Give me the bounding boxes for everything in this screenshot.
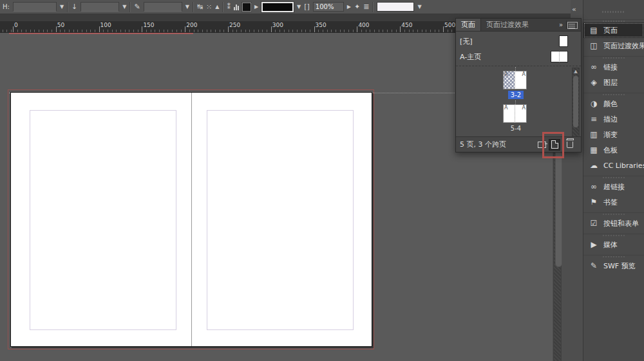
- margin-guide-left-page: [30, 110, 176, 330]
- spread-label-5-4[interactable]: 5-4: [503, 124, 529, 133]
- chevron-down-icon[interactable]: ▼: [122, 5, 126, 10]
- chevron-down-icon[interactable]: ▼: [185, 5, 189, 10]
- page-thumbnail[interactable]: A: [515, 104, 527, 123]
- ruler-label-150: 150: [143, 22, 154, 28]
- dock-item-label: 描边: [603, 115, 618, 124]
- dock-item-label: 链接: [603, 62, 618, 72]
- frame-fitting-icon[interactable]: []: [304, 3, 310, 10]
- document-pages-section: ▲ AA3-2AA5-4: [456, 66, 581, 138]
- page-thumbnail[interactable]: A: [503, 104, 515, 123]
- toolbar-divider: [372, 2, 374, 12]
- document-spread[interactable]: [10, 92, 372, 347]
- dock-group-0: ▤页面◫页面过渡效果: [583, 20, 644, 56]
- preset-dropdown[interactable]: [377, 2, 414, 12]
- toolbar-divider: [222, 2, 223, 12]
- dock-item-color[interactable]: ◑颜色: [583, 96, 644, 111]
- chevron-right-icon[interactable]: ▶: [254, 5, 258, 10]
- dock-item-media[interactable]: ▶媒体: [583, 237, 644, 252]
- master-thumbnail[interactable]: [551, 51, 568, 62]
- align-icon[interactable]: ≣: [363, 3, 369, 10]
- dock-item-swatches[interactable]: ▦色板: [583, 142, 644, 158]
- chevron-down-icon[interactable]: ▼: [297, 5, 301, 10]
- chevron-down-icon[interactable]: ▼: [417, 5, 421, 10]
- page-thumbnail[interactable]: A: [503, 71, 515, 89]
- panel-scrollbar-thumb[interactable]: [573, 76, 578, 127]
- panel-menu-icon[interactable]: [567, 22, 578, 29]
- chevron-right-icon[interactable]: ▶: [347, 5, 351, 10]
- chevron-down-icon[interactable]: ▼: [60, 5, 64, 10]
- chart-bars-icon[interactable]: [234, 4, 239, 10]
- toolbar-divider: [67, 2, 68, 12]
- style-field[interactable]: [80, 2, 119, 12]
- dock-item-label: 图层: [603, 78, 618, 88]
- tab-pages[interactable]: 页面: [456, 19, 481, 31]
- dock-item-cc-libraries[interactable]: ☁CC Libraries: [583, 158, 644, 173]
- bookmarks-icon: ⚑: [588, 198, 600, 207]
- dock-item-hyperlinks[interactable]: ∞超链接: [583, 179, 644, 194]
- indesign-window: H: ▼ ↓ ▼ ✎ ▼ ↹ ⁙ ▲ ⁑ ▶ ▼ [] 100% ▶ ✦ ≣ ▼: [0, 0, 644, 361]
- drop-shadow-icon[interactable]: ✦: [354, 3, 360, 10]
- opacity-field[interactable]: 100%: [313, 2, 344, 12]
- dock-item-label: 页面: [603, 26, 618, 35]
- dock-item-gradient[interactable]: ▥渐变: [583, 127, 644, 142]
- fill-swatch[interactable]: [242, 3, 251, 12]
- chevron-up-icon[interactable]: ▲: [215, 5, 219, 10]
- dock-group-2: ◑颜色≡描边▥渐变▦色板☁CC Libraries: [583, 93, 644, 176]
- master-prefix-letter: A: [504, 105, 507, 111]
- master-name: [无]: [460, 37, 473, 46]
- swatches-icon: ▦: [588, 145, 600, 154]
- dock-group-6: ✎SWF 预览: [583, 255, 644, 276]
- text-wrap-icon[interactable]: ↹: [197, 3, 203, 10]
- dock-item-label: 渐变: [603, 130, 618, 140]
- master-row-0[interactable]: [无]: [460, 33, 577, 49]
- page-count-status: 5 页, 3 个跨页: [460, 140, 536, 149]
- dock-item-pages[interactable]: ▤页面: [583, 23, 644, 38]
- dock-item-buttons-forms[interactable]: ☑按钮和表单: [583, 216, 644, 231]
- color-icon: ◑: [588, 99, 600, 108]
- page-thumbnail[interactable]: A: [515, 71, 527, 89]
- master-thumbnail[interactable]: [559, 35, 568, 47]
- corner-options-icon[interactable]: ⁙: [206, 3, 212, 10]
- master-row-1[interactable]: A-主页: [460, 49, 577, 64]
- dock-item-page-transitions[interactable]: ◫页面过渡效果: [583, 38, 644, 53]
- hyperlinks-icon: ∞: [588, 182, 600, 191]
- cc-libraries-icon: ☁: [588, 161, 600, 170]
- ruler-label-200: 200: [186, 22, 197, 28]
- master-prefix-letter: A: [522, 71, 526, 77]
- ruler-label-500: 500: [444, 22, 455, 28]
- stroke-color-well[interactable]: [261, 2, 294, 12]
- spread-number: 3-2: [508, 91, 524, 99]
- effects-icon[interactable]: ⁑: [227, 3, 231, 10]
- dock-header[interactable]: [583, 0, 644, 20]
- pen-icon[interactable]: ✎: [134, 3, 140, 10]
- effects-field[interactable]: [144, 2, 182, 12]
- dock-item-layers[interactable]: ◈图层: [583, 75, 644, 90]
- spread-label-3-2[interactable]: 3-2: [503, 91, 529, 99]
- dock-item-links[interactable]: ∞链接: [583, 59, 644, 75]
- stroke-icon: ≡: [588, 115, 600, 124]
- margin-guide-right-page: [207, 110, 354, 330]
- dock-item-bookmarks[interactable]: ⚑书签: [583, 194, 644, 210]
- panel-scrollbar[interactable]: ▲: [572, 68, 580, 137]
- transform-field[interactable]: [13, 2, 57, 12]
- panel-overflow-icon[interactable]: »: [559, 19, 563, 31]
- dock-collapse-icon[interactable]: «: [572, 5, 576, 14]
- master-name: A-主页: [460, 52, 481, 62]
- dock-item-swf-preview[interactable]: ✎SWF 预览: [583, 258, 644, 273]
- masters-section: [无]A-主页: [456, 32, 581, 66]
- spread-thumbnail-5-4[interactable]: AA: [503, 104, 529, 123]
- dock-grip[interactable]: [602, 11, 625, 13]
- ruler-label-350: 350: [316, 22, 327, 28]
- scroll-up-arrow-icon[interactable]: ▲: [573, 69, 578, 75]
- ruler-label-450: 450: [401, 22, 412, 28]
- ruler-active-page-indicator: [9, 33, 193, 34]
- annotation-highlight-box: [542, 132, 564, 158]
- spread-thumbnail-3-2[interactable]: AA: [503, 71, 529, 89]
- panel-tab-divider: [566, 21, 567, 29]
- paragraph-direction-icon[interactable]: ↓: [71, 3, 77, 10]
- delete-page-button[interactable]: [564, 139, 576, 151]
- master-prefix-letter: A: [522, 105, 526, 111]
- tab-page-transitions[interactable]: 页面过渡效果: [481, 19, 534, 31]
- dock-item-stroke[interactable]: ≡描边: [583, 111, 644, 127]
- master-prefix-letter: A: [504, 71, 507, 77]
